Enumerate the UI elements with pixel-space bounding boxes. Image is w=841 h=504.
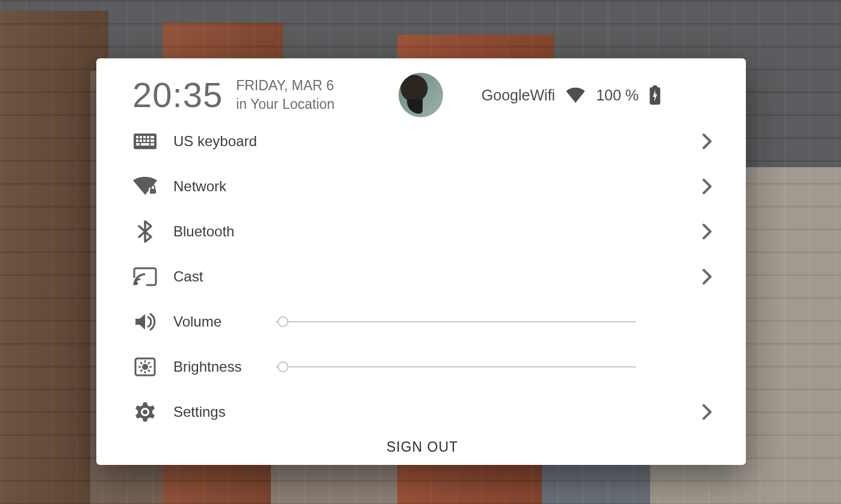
- svg-rect-13: [136, 143, 140, 146]
- brightness-icon: [132, 357, 158, 377]
- svg-rect-3: [136, 136, 138, 138]
- row-bluetooth[interactable]: Bluetooth: [132, 209, 712, 254]
- svg-rect-4: [140, 136, 142, 138]
- status-area: GoogleWifi 100 %: [482, 85, 660, 105]
- chevron-right-icon: [703, 134, 712, 149]
- location-line: in Your Location: [236, 95, 335, 114]
- wifi-name: GoogleWifi: [482, 87, 555, 104]
- battery-charging-icon: [650, 85, 660, 105]
- gear-icon: [132, 401, 158, 423]
- svg-rect-9: [140, 140, 142, 142]
- svg-line-28: [141, 363, 142, 364]
- svg-rect-5: [143, 136, 146, 138]
- keyboard-icon: [132, 134, 158, 149]
- svg-rect-17: [150, 189, 156, 194]
- row-brightness: Brightness: [132, 344, 712, 389]
- volume-slider[interactable]: [276, 315, 636, 329]
- bluetooth-icon: [132, 220, 158, 243]
- svg-rect-6: [147, 136, 149, 138]
- chevron-right-icon: [703, 224, 712, 239]
- row-label: Settings: [173, 404, 267, 420]
- row-cast[interactable]: Cast: [132, 254, 712, 299]
- row-volume: Volume: [132, 299, 712, 344]
- brightness-slider[interactable]: [276, 360, 636, 374]
- row-settings[interactable]: Settings: [132, 389, 712, 434]
- battery-percent: 100 %: [596, 87, 639, 104]
- volume-icon: [132, 312, 158, 331]
- row-label: Cast: [173, 268, 267, 285]
- system-tray-panel: 20:35 FRIDAY, MAR 6 in Your Location Goo…: [96, 58, 746, 465]
- svg-rect-14: [141, 143, 149, 146]
- svg-rect-8: [136, 140, 138, 142]
- row-label: Bluetooth: [173, 223, 267, 240]
- svg-rect-15: [151, 143, 154, 146]
- date-line: FRIDAY, MAR 6: [236, 76, 335, 95]
- svg-line-29: [149, 370, 150, 371]
- svg-rect-1: [653, 85, 657, 88]
- row-label: Volume: [173, 313, 267, 330]
- svg-point-23: [142, 364, 148, 370]
- svg-rect-10: [143, 140, 146, 142]
- chevron-right-icon: [703, 404, 712, 420]
- row-keyboard[interactable]: US keyboard: [132, 118, 712, 164]
- svg-rect-11: [147, 140, 149, 142]
- clock-date: FRIDAY, MAR 6 in Your Location: [236, 76, 335, 114]
- row-label: US keyboard: [173, 133, 267, 150]
- row-network[interactable]: Network: [132, 164, 712, 209]
- row-label: Network: [173, 178, 267, 195]
- row-label: Brightness: [173, 358, 267, 375]
- chevron-right-icon: [703, 269, 712, 284]
- svg-rect-7: [151, 136, 154, 138]
- panel-header: 20:35 FRIDAY, MAR 6 in Your Location Goo…: [132, 73, 712, 117]
- wifi-icon: [566, 87, 585, 103]
- cast-icon: [132, 267, 158, 286]
- svg-point-21: [134, 281, 138, 285]
- sign-out-button[interactable]: SIGN OUT: [132, 434, 712, 469]
- wifi-lock-icon: [132, 177, 158, 196]
- avatar[interactable]: [399, 73, 443, 117]
- clock-time: 20:35: [132, 78, 223, 112]
- svg-rect-12: [151, 140, 154, 142]
- svg-line-30: [141, 370, 142, 371]
- svg-line-31: [149, 363, 150, 364]
- chevron-right-icon: [703, 179, 712, 194]
